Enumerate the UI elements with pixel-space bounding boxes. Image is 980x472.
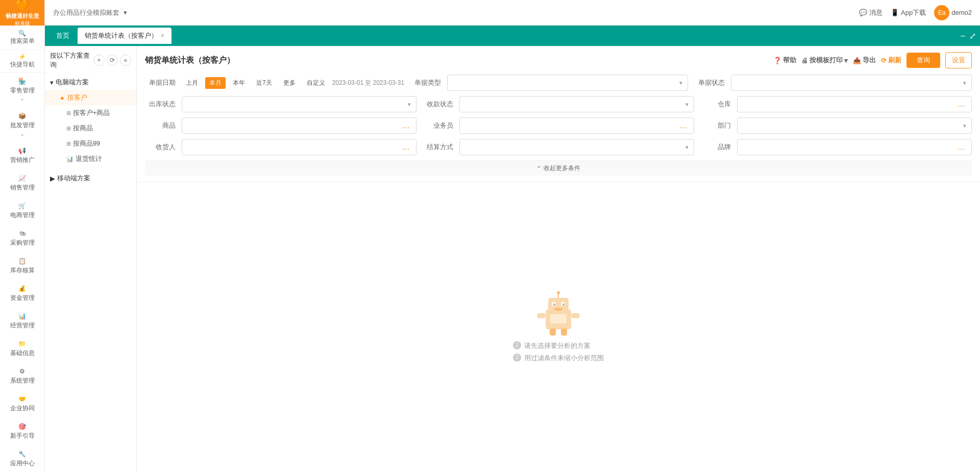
order-type-select[interactable]: ▾: [447, 75, 688, 91]
sidebar-item-finance[interactable]: 💰 资金管理: [0, 280, 44, 308]
refresh-button[interactable]: ⟳ 刷新: [881, 56, 901, 65]
guide-label: 新手引导: [10, 432, 35, 440]
refresh-label: 刷新: [888, 56, 901, 65]
scheme-item-goods[interactable]: ⊞ 按商品: [45, 121, 136, 136]
payment-select[interactable]: ▾: [459, 96, 694, 112]
scheme-sub-label4: 退货统计: [76, 155, 102, 162]
warehouse-select[interactable]: …: [737, 96, 972, 112]
sidebar-item-system[interactable]: ⚙ 系统管理: [0, 363, 44, 390]
header-left: 办公用品行业模拟账套 ▾: [53, 8, 127, 17]
receiver-label: 收货人: [145, 143, 176, 152]
svg-rect-13: [555, 308, 561, 311]
scheme-item-goods99[interactable]: ⊞ 按商品99: [45, 136, 136, 151]
tab-maximize-button[interactable]: ⤢: [969, 31, 976, 41]
help-icon: ❓: [773, 57, 781, 64]
sidebar-item-quicknav[interactable]: ⚡ 快捷导航: [0, 50, 44, 73]
sidebar-item-sales[interactable]: 📈 销售管理: [0, 170, 44, 197]
payment-chevron: ▾: [685, 101, 689, 108]
sidebar-item-management[interactable]: 📊 经营管理: [0, 308, 44, 335]
warehouse-dots: …: [957, 100, 966, 109]
inventory-label: 库存核算: [10, 266, 35, 275]
sales-icon: 📈: [18, 175, 26, 182]
collapse-bar[interactable]: ⌃ 收起更多条件: [145, 160, 972, 176]
app-download-button[interactable]: 📱 App下载: [891, 8, 926, 17]
collapse-panel-button[interactable]: «: [120, 55, 131, 66]
tab-minimize-button[interactable]: –: [961, 31, 965, 40]
scheme-item-customer[interactable]: ● 按客户: [45, 90, 136, 105]
scheme-item-customer-goods[interactable]: ⊞ 按客户+商品: [45, 105, 136, 121]
filter-row-4: 收货人 … 结算方式 ▾ 品牌 …: [145, 139, 972, 155]
sidebar-item-search[interactable]: 🔍 搜索菜单: [0, 26, 44, 50]
date-btn-thisyear[interactable]: 本年: [229, 77, 249, 89]
query-button[interactable]: 查询: [906, 53, 940, 68]
sidebar-item-retail[interactable]: 🏪 零售管理 ▾: [0, 73, 44, 107]
svg-point-7: [562, 303, 565, 305]
svg-rect-11: [561, 328, 567, 336]
refresh-scheme-button[interactable]: ⟳: [107, 55, 118, 66]
svg-rect-10: [550, 328, 556, 336]
sidebar-item-marketing[interactable]: 📢 营销推广: [0, 142, 44, 170]
message-button[interactable]: 💬 消息: [859, 8, 883, 17]
desktop-group-label: 电脑端方案: [56, 78, 89, 87]
sidebar-item-purchase[interactable]: 🛍 采购管理: [0, 225, 44, 252]
goods-label: 商品: [145, 121, 176, 130]
department-chevron: ▾: [963, 123, 966, 129]
date-btn-thismonth[interactable]: 本月: [205, 77, 226, 89]
user-profile[interactable]: Ea demo2: [934, 5, 972, 20]
finance-icon: 💰: [18, 285, 26, 292]
svg-point-3: [557, 291, 560, 294]
export-label: 导出: [863, 56, 876, 65]
app-logo[interactable]: 🧡 畅捷通好生意 标准版: [0, 0, 44, 26]
purchase-label: 采购管理: [10, 239, 35, 247]
scheme-sub-label2: 按商品: [73, 124, 93, 132]
sidebar-item-inventory[interactable]: 📋 库存核算: [0, 252, 44, 280]
print-icon: 🖨: [801, 57, 808, 64]
salesperson-select[interactable]: …: [459, 117, 694, 134]
sidebar-item-ecommerce[interactable]: 🛒 电商管理: [0, 197, 44, 225]
date-btn-custom[interactable]: 自定义: [303, 77, 329, 89]
guide-icon: 🎯: [18, 423, 26, 430]
sidebar-item-wholesale[interactable]: 📦 批发管理 ▴: [0, 107, 44, 142]
industry-dropdown[interactable]: ▾: [124, 9, 127, 16]
quicknav-icon: ⚡: [0, 53, 44, 60]
settings-button[interactable]: 设置: [945, 52, 972, 68]
date-btn-lastmonth[interactable]: 上月: [182, 77, 202, 89]
tab-home[interactable]: 首页: [49, 28, 77, 44]
add-scheme-button[interactable]: +: [93, 55, 105, 66]
storage-chevron: ▾: [408, 101, 411, 108]
scheme-item-returns[interactable]: 📊 退货统计: [45, 151, 136, 167]
settlement-select[interactable]: ▾: [459, 139, 694, 155]
sidebar-item-basicinfo[interactable]: 📁 基础信息: [0, 335, 44, 363]
date-btn-more[interactable]: 更多: [279, 77, 300, 89]
scheme-sub-icon1: ⊞: [66, 110, 71, 116]
retail-icon: 🏪: [18, 78, 26, 85]
content-area: 按以下方案查询 + ⟳ « ▾ 电脑端方案 ● 按客户 ⊞ 按客: [45, 46, 980, 472]
search-icon: 🔍: [0, 30, 44, 37]
desktop-group-header[interactable]: ▾ 电脑端方案: [45, 75, 136, 90]
search-label: 搜索菜单: [0, 37, 44, 45]
tab-active[interactable]: 销货单统计表（按客户） ×: [78, 28, 172, 44]
tab-close-button[interactable]: ×: [161, 32, 164, 39]
mobile-group-header[interactable]: ▶ 移动端方案: [45, 171, 136, 186]
department-select[interactable]: ▾: [737, 117, 972, 134]
goods-select[interactable]: …: [182, 117, 416, 134]
receiver-select[interactable]: …: [182, 139, 416, 155]
salesperson-dots: …: [679, 121, 689, 130]
date-label: 单据日期: [145, 78, 176, 87]
desktop-scheme-group: ▾ 电脑端方案 ● 按客户 ⊞ 按客户+商品 ⊞ 按商品 ⊞ 按商品99: [45, 73, 136, 169]
sidebar-item-guide[interactable]: 🎯 新手引导: [0, 418, 44, 445]
page-title-row: 销货单统计表（按客户） ❓ 帮助 🖨 按模板打印 ▾ 📤: [145, 52, 972, 68]
brand-select[interactable]: …: [737, 139, 972, 155]
export-button[interactable]: 📤 导出: [853, 56, 876, 65]
sidebar-item-appcenter[interactable]: 🔧 应用中心: [0, 445, 44, 472]
wholesale-arrow: ▴: [21, 131, 23, 137]
sidebar-item-collab[interactable]: 🤝 企业协同: [0, 390, 44, 418]
date-btn-7days[interactable]: 近7天: [252, 77, 276, 89]
help-button[interactable]: ❓ 帮助: [773, 56, 796, 65]
collapse-label: 收起更多条件: [544, 164, 580, 173]
storage-select[interactable]: ▾: [182, 96, 416, 112]
app-download-label: App下载: [901, 8, 926, 17]
print-button[interactable]: 🖨 按模板打印 ▾: [801, 56, 848, 65]
order-status-select[interactable]: ▾: [731, 75, 972, 91]
collapse-arrow-icon: ⌃: [536, 165, 542, 172]
